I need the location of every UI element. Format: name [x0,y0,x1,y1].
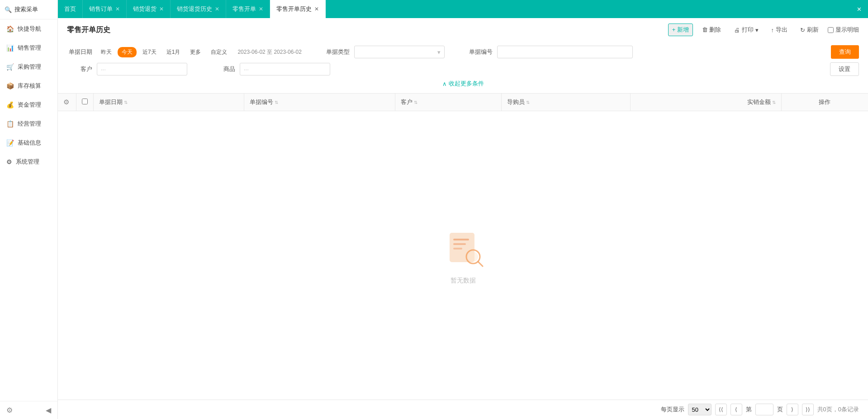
date-filter-buttons: 昨天今天近7天近1月更多自定义 [97,47,231,57]
close-window-btn[interactable]: ✕ [857,6,862,13]
refresh-icon: ↻ [800,27,805,33]
prev-page-btn[interactable]: ⟨ [730,404,742,415]
next-page-btn[interactable]: ⟩ [787,404,798,415]
date-btn-custom[interactable]: 自定义 [207,47,231,57]
tab-label-sales-return-history: 销货退货历史 [177,5,212,13]
sidebar-item-finance[interactable]: 💰资金管理 [0,95,57,114]
tab-close-retail-history[interactable]: ✕ [314,6,319,12]
customer-filter-select[interactable]: ··· [97,63,187,75]
svg-point-6 [468,252,478,262]
sidebar-item-quick-nav[interactable]: 🏠快捷导航 [0,19,57,38]
last-page-btn[interactable]: ⟩⟩ [802,404,814,415]
table-section: ⚙ 单据日期 ⇅ 单据编号 [58,94,868,419]
finance-icon: 💰 [6,101,14,108]
th-amount[interactable]: 实销金额 ⇅ [630,94,781,111]
date-btn-last7[interactable]: 近7天 [138,47,161,57]
tab-sales-order[interactable]: 销售订单✕ [83,0,127,18]
th-guide[interactable]: 导购员 ⇅ [502,94,631,111]
sidebar-item-purchase-mgmt[interactable]: 🛒采购管理 [0,57,57,76]
type-filter-label: 单据类型 [324,48,350,56]
empty-text: 暂无数据 [451,277,476,285]
delete-button[interactable]: 🗑 删除 [698,24,725,36]
first-page-btn[interactable]: ⟨⟨ [715,404,727,415]
collapse-sidebar-icon[interactable]: ◀ [46,406,51,414]
empty-state: 暂无数据 [58,111,868,400]
settings-button[interactable]: 设置 [830,62,859,76]
sidebar-item-label: 经营管理 [18,120,41,128]
sidebar-nav: 🏠快捷导航📊销售管理🛒采购管理📦库存核算💰资金管理📋经营管理📝基础信息⚙系统管理 [0,19,57,401]
date-btn-today[interactable]: 今天 [118,47,137,57]
tab-retail-open[interactable]: 零售开单✕ [226,0,270,18]
tab-close-sales-return-history[interactable]: ✕ [215,6,219,12]
display-column-checkbox[interactable] [828,27,834,33]
tab-retail-history[interactable]: 零售开单历史✕ [270,0,326,18]
column-settings-icon[interactable]: ⚙ [63,98,69,106]
refresh-label: 刷新 [807,26,819,34]
date-btn-more[interactable]: 更多 [186,47,205,57]
number-filter-label: 单据编号 [467,48,493,56]
page-unit: 页 [777,405,783,414]
basic-info-icon: 📝 [6,139,14,146]
sys-mgmt-icon: ⚙ [6,158,12,165]
sidebar-item-label: 资金管理 [18,101,41,109]
total-info: 共0页，0条记录 [817,405,859,414]
svg-rect-3 [453,248,462,250]
date-btn-last1m[interactable]: 近1月 [162,47,185,57]
sidebar-item-label: 系统管理 [16,158,39,166]
topbar-right: ✕ [857,6,868,13]
filter-area: 单据日期 昨天今天近7天近1月更多自定义 2023-06-02 至 2023-0… [67,41,859,93]
sidebar-item-label: 基础信息 [18,139,41,147]
sidebar-item-inventory[interactable]: 📦库存核算 [0,76,57,95]
export-icon: ↑ [771,27,774,33]
tab-home[interactable]: 首页 [58,0,83,18]
th-checkbox [76,94,93,111]
sidebar-item-sys-mgmt[interactable]: ⚙系统管理 [0,152,57,171]
tab-close-sales-order[interactable]: ✕ [115,6,120,12]
display-column-toggle[interactable]: 显示明细 [828,26,859,34]
tab-label-sales-order: 销售订单 [89,5,113,13]
collapse-icon: ∧ [442,80,447,87]
page-header: 零售开单历史 + 新增 🗑 删除 🖨 打印 ▾ ↑ 导出 ↻ [58,18,868,94]
type-dropdown-icon: ▾ [437,49,441,56]
th-action: 操作 [781,94,868,111]
topbar: 首页销售订单✕销货退货✕销货退货历史✕零售开单✕零售开单历史✕ ✕ [58,0,868,18]
export-button[interactable]: ↑ 导出 [768,24,792,36]
type-filter-select[interactable]: ▾ [354,46,445,58]
main-area: 首页销售订单✕销货退货✕销货退货历史✕零售开单✕零售开单历史✕ ✕ 零售开单历史… [58,0,868,419]
sidebar-item-label: 快捷导航 [18,25,41,33]
date-range-display: 2023-06-02 至 2023-06-02 [237,48,301,56]
select-all-checkbox[interactable] [82,99,88,104]
tab-sales-return[interactable]: 销货退货✕ [127,0,171,18]
th-customer[interactable]: 客户 ⇅ [395,94,502,111]
page-title: 零售开单历史 [67,25,110,35]
number-filter-input[interactable] [497,46,633,58]
print-button[interactable]: 🖨 打印 ▾ [730,24,762,36]
collapse-filter-btn[interactable]: ∧ 收起更多条件 [442,80,484,88]
refresh-button[interactable]: ↻ 刷新 [797,24,822,36]
tab-close-sales-return[interactable]: ✕ [159,6,164,12]
add-button[interactable]: + 新增 [668,24,693,36]
inventory-icon: 📦 [6,82,14,89]
purchase-mgmt-icon: 🛒 [6,63,14,71]
sidebar-search[interactable]: 🔍 搜索采单 [0,0,57,19]
th-date[interactable]: 单据日期 ⇅ [93,94,244,111]
query-button[interactable]: 查询 [831,45,859,59]
tab-sales-return-history[interactable]: 销货退货历史✕ [171,0,226,18]
sidebar-item-basic-info[interactable]: 📝基础信息 [0,133,57,152]
data-table: ⚙ 单据日期 ⇅ 单据编号 [58,94,868,111]
ops-mgmt-icon: 📋 [6,120,14,127]
quick-nav-icon: 🏠 [6,25,14,33]
export-label: 导出 [776,26,787,34]
per-page-select[interactable]: 50 10 20 100 [688,404,711,415]
page-number-input[interactable]: 1 [755,404,773,415]
th-number[interactable]: 单据编号 ⇅ [244,94,395,111]
search-icon: 🔍 [5,6,12,13]
sidebar-item-ops-mgmt[interactable]: 📋经营管理 [0,114,57,133]
sidebar-item-sales-mgmt[interactable]: 📊销售管理 [0,38,57,57]
sidebar: 🔍 搜索采单 🏠快捷导航📊销售管理🛒采购管理📦库存核算💰资金管理📋经营管理📝基础… [0,0,58,419]
settings-footer-icon[interactable]: ⚙ [6,406,13,414]
date-btn-yesterday[interactable]: 昨天 [97,47,116,57]
number-sort-icon: ⇅ [275,100,278,105]
goods-filter-select[interactable]: ··· [240,63,330,75]
tab-close-retail-open[interactable]: ✕ [259,6,263,12]
